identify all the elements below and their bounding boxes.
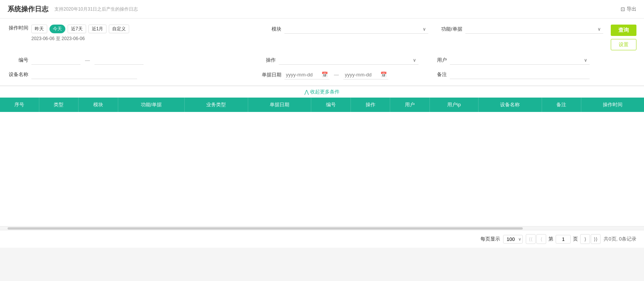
time-btn-7days[interactable]: 近7天 [68, 25, 86, 33]
col-user: 用户 [390, 98, 429, 112]
device-filter-group: 设备名称 [8, 70, 247, 79]
action-buttons: 查询 设置 [611, 25, 636, 50]
col-op-time: 操作时间 [581, 98, 644, 112]
filter-row-2: 编号 — 操作 ∨ 用户 ∨ [8, 56, 636, 65]
per-page-select[interactable]: 100 50 200 500 [503, 235, 523, 244]
filter-panel: 操作时间 昨天 今天 近7天 近1月 自定义 2023-06-06 至 2023… [0, 19, 644, 86]
time-btn-today[interactable]: 今天 [49, 25, 65, 33]
module-label: 模块 [261, 26, 281, 33]
module-select-wrapper: ∨ [284, 25, 428, 34]
number-label: 编号 [8, 57, 28, 64]
col-biz-type: 业务类型 [185, 98, 248, 112]
col-user-ip: 用户ip [429, 98, 478, 112]
per-page-wrapper: 100 50 200 500 ∨ [503, 235, 523, 244]
table-container: 序号 类型 模块 功能/单据 业务类型 单据日期 编号 操作 用户 用户ip 设… [0, 98, 644, 226]
export-button[interactable]: ⊡ 导出 [621, 6, 636, 12]
page-prev-button[interactable]: ⟨ [536, 234, 546, 244]
user-select[interactable] [450, 56, 590, 65]
module-filter-group: 模块 ∨ [261, 25, 428, 34]
number-dash: — [83, 57, 91, 63]
page-last-button[interactable]: ⟩⟩ [591, 234, 601, 244]
collapse-bar[interactable]: ⋀ 收起更多条件 [0, 86, 644, 98]
function-select-wrapper: ∨ [465, 25, 603, 34]
time-filter-group: 操作时间 昨天 今天 近7天 近1月 自定义 2023-06-06 至 2023… [8, 25, 253, 42]
time-btn-yesterday[interactable]: 昨天 [31, 25, 47, 33]
remark-label: 备注 [426, 71, 447, 78]
time-btn-custom[interactable]: 自定义 [109, 25, 129, 33]
voucher-date-label: 单据日期 [255, 71, 281, 78]
user-label: 用户 [426, 57, 447, 64]
voucher-date-filter-group: 单据日期 📅 — 📅 [255, 70, 419, 79]
per-page-label: 每页显示 [480, 236, 500, 242]
col-type: 类型 [39, 98, 78, 112]
date-to-input[interactable] [345, 72, 379, 78]
number-input-to[interactable] [94, 56, 144, 65]
date-from-wrapper: 📅 [284, 70, 329, 79]
date-to-wrapper: 📅 [343, 70, 388, 79]
page-suffix: 页 [573, 236, 578, 242]
footer-pagination: 每页显示 100 50 200 500 ∨ ⟨⟨ ⟨ 第 页 ⟩ ⟩⟩ 共0页,… [0, 230, 644, 248]
calendar-to-icon[interactable]: 📅 [380, 71, 387, 78]
col-operation: 操作 [351, 98, 390, 112]
page-number-input[interactable] [556, 235, 571, 244]
device-label: 设备名称 [8, 71, 28, 78]
scrollbar-track [8, 227, 523, 230]
function-filter-group: 功能/单据 ∨ [436, 25, 603, 34]
function-select[interactable] [465, 25, 603, 34]
page-subtitle: 支持2020年10月31日之后产生的操作日志 [54, 6, 138, 12]
data-table: 序号 类型 模块 功能/单据 业务类型 单据日期 编号 操作 用户 用户ip 设… [0, 98, 644, 112]
filter-row-3: 设备名称 单据日期 📅 — 📅 备注 [8, 70, 636, 79]
page-next-button[interactable]: ⟩ [580, 234, 590, 244]
col-module: 模块 [79, 98, 118, 112]
date-from-input[interactable] [286, 72, 320, 78]
table-header: 序号 类型 模块 功能/单据 业务类型 单据日期 编号 操作 用户 用户ip 设… [0, 98, 644, 112]
time-label: 操作时间 [8, 25, 28, 31]
operation-filter-group: 操作 ∨ [255, 56, 419, 65]
device-input[interactable] [31, 70, 137, 79]
table-header-row: 序号 类型 模块 功能/单据 业务类型 单据日期 编号 操作 用户 用户ip 设… [0, 98, 644, 112]
page-label: 第 [548, 236, 553, 242]
user-select-wrapper: ∨ [450, 56, 590, 65]
export-icon: ⊡ [621, 6, 625, 12]
module-select[interactable] [284, 25, 428, 34]
operation-select-wrapper: ∨ [279, 56, 419, 65]
scrollbar-area[interactable] [0, 226, 644, 230]
col-seq: 序号 [0, 98, 39, 112]
page-header: 系统操作日志 支持2020年10月31日之后产生的操作日志 ⊡ 导出 [0, 0, 644, 19]
remark-filter-group: 备注 [426, 70, 590, 79]
col-number: 编号 [311, 98, 351, 112]
page-title: 系统操作日志 [8, 5, 48, 14]
col-function: 功能/单据 [118, 98, 184, 112]
collapse-icon: ⋀ [304, 89, 309, 95]
operation-select[interactable] [279, 56, 419, 65]
filter-row-1: 操作时间 昨天 今天 近7天 近1月 自定义 2023-06-06 至 2023… [8, 25, 636, 50]
query-button[interactable]: 查询 [611, 25, 636, 36]
col-voucher-date: 单据日期 [248, 98, 311, 112]
voucher-dash: — [332, 72, 340, 78]
collapse-label: 收起更多条件 [310, 88, 340, 95]
pagination-buttons: ⟨⟨ ⟨ 第 页 ⟩ ⟩⟩ [526, 234, 601, 244]
page-first-button[interactable]: ⟨⟨ [526, 234, 536, 244]
time-buttons: 昨天 今天 近7天 近1月 自定义 [31, 25, 129, 33]
user-filter-group: 用户 ∨ [426, 56, 590, 65]
col-remark: 备注 [542, 98, 581, 112]
remark-input[interactable] [450, 70, 590, 79]
col-device: 设备名称 [478, 98, 542, 112]
time-group: 昨天 今天 近7天 近1月 自定义 2023-06-06 至 2023-06-0… [31, 25, 129, 42]
time-range-text: 2023-06-06 至 2023-06-06 [31, 36, 129, 42]
settings-button[interactable]: 设置 [611, 39, 636, 50]
number-filter-group: 编号 — [8, 56, 247, 65]
operation-label: 操作 [255, 57, 276, 64]
time-btn-1month[interactable]: 近1月 [88, 25, 107, 33]
function-label: 功能/单据 [436, 26, 462, 33]
number-input-from[interactable] [31, 56, 80, 65]
page-total: 共0页, 0条记录 [604, 236, 636, 242]
calendar-from-icon[interactable]: 📅 [321, 71, 328, 78]
